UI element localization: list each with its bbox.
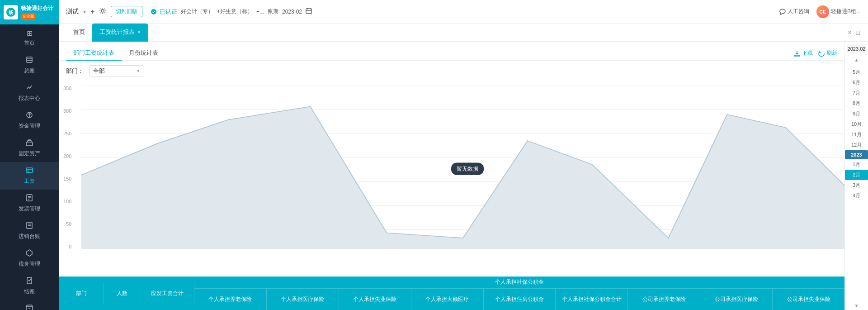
main-content: 测试 ▾ + 切到旧版 已认证 好会计（专） +好生意（标） +... 账期 2… bbox=[59, 0, 868, 310]
th-social-insurance-group: 个人承担社保公积金 个人承担养老保险 个人承担医疗保险 个人承担失业保险 个人承… bbox=[194, 277, 844, 310]
sidebar: 畅 畅捷通好会计 专业版 ⊞ 首页 总账 报表中心 bbox=[0, 0, 59, 310]
sidebar-item-tax-label: 税务管理 bbox=[19, 260, 40, 268]
close-ledger-icon bbox=[26, 277, 33, 286]
th-group-cells: 个人承担养老保险 个人承担医疗保险 个人承担失业保险 个人承担大额医疗 个人承担 bbox=[194, 288, 844, 310]
sidebar-item-home[interactable]: ⊞ 首页 bbox=[0, 24, 59, 52]
th-company-medical: 公司承担医疗保险 bbox=[700, 288, 773, 310]
sidebar-logo: 畅 畅捷通好会计 专业版 bbox=[0, 0, 59, 24]
tabbar: 首页 工资统计报表 × × ⊡ bbox=[59, 24, 868, 42]
user-info[interactable]: CE 轻捷通B组... bbox=[816, 5, 861, 18]
content-area: 部门工资统计表 月份统计表 下载 刷新 部 bbox=[59, 42, 868, 310]
y-label-0: 0 bbox=[63, 244, 75, 249]
year-2023: 2023 bbox=[845, 150, 868, 159]
month-12[interactable]: 12月 bbox=[845, 140, 868, 150]
chart-area: 0 50 100 150 200 250 300 350 暂无数据 bbox=[59, 81, 844, 277]
payroll-icon bbox=[26, 167, 33, 176]
consult-btn[interactable]: 人工咨询 bbox=[779, 8, 809, 15]
th-total-wage: 应发工资合计 bbox=[140, 282, 194, 304]
th-medical: 个人承担医疗保险 bbox=[267, 288, 339, 310]
sidebar-item-tax[interactable]: 税务管理 bbox=[0, 245, 59, 272]
svg-rect-2 bbox=[27, 57, 32, 62]
sidebar-item-reports-label: 报表中心 bbox=[19, 95, 40, 102]
tab-close-window-btn[interactable]: × bbox=[848, 29, 852, 37]
sidebar-item-archive[interactable]: 归档管理 bbox=[0, 300, 59, 310]
topbar-add-btn[interactable]: + bbox=[90, 8, 94, 16]
dept-filter-label: 部门： bbox=[66, 67, 84, 75]
y-label-350: 350 bbox=[63, 86, 75, 91]
month-7[interactable]: 7月 bbox=[845, 88, 868, 98]
th-company-pension: 公司承担养老保险 bbox=[628, 288, 700, 310]
sidebar-item-sales-label: 进销台账 bbox=[19, 233, 40, 240]
sidebar-item-general-ledger[interactable]: 总账 bbox=[0, 52, 59, 79]
ledger-icon bbox=[26, 56, 33, 65]
status-certified: 已认证 bbox=[151, 8, 177, 16]
subtab-monthly[interactable]: 月份统计表 bbox=[122, 46, 165, 61]
th-dept: 部门 bbox=[59, 282, 104, 304]
sidebar-item-close[interactable]: 结账 bbox=[0, 272, 59, 300]
month-11[interactable]: 11月 bbox=[845, 129, 868, 140]
tax-icon bbox=[26, 249, 33, 258]
month-6[interactable]: 6月 bbox=[845, 77, 868, 88]
consult-label: 人工咨询 bbox=[788, 8, 809, 15]
reports-icon bbox=[26, 84, 33, 93]
sidebar-item-payroll-label: 工资 bbox=[24, 177, 35, 185]
month-8[interactable]: 8月 bbox=[845, 98, 868, 109]
refresh-btn[interactable]: 刷新 bbox=[818, 49, 837, 57]
nav-down-btn[interactable]: ▼ bbox=[845, 301, 868, 310]
home-icon: ⊞ bbox=[27, 29, 33, 38]
month-3[interactable]: 3月 bbox=[845, 180, 868, 191]
svg-rect-9 bbox=[26, 168, 33, 172]
sidebar-item-close-label: 结账 bbox=[24, 288, 35, 296]
sidebar-item-assets-label: 固定资产 bbox=[19, 150, 40, 157]
status-more: +... bbox=[256, 9, 264, 15]
download-btn[interactable]: 下载 bbox=[794, 49, 813, 57]
th-group-title: 个人承担社保公积金 bbox=[194, 277, 844, 288]
sidebar-item-invoice[interactable]: 发票管理 bbox=[0, 190, 59, 217]
content-main: 部门工资统计表 月份统计表 下载 刷新 部 bbox=[59, 42, 844, 310]
topbar-dropdown-arrow[interactable]: ▾ bbox=[83, 9, 86, 15]
nav-up-btn[interactable]: ▲ bbox=[847, 55, 866, 64]
th-major-medical: 个人承担大额医疗 bbox=[411, 288, 484, 310]
period-label: 账期 bbox=[268, 8, 278, 15]
user-name: 轻捷通B组... bbox=[831, 8, 861, 15]
svg-rect-29 bbox=[306, 9, 311, 14]
month-2-active[interactable]: 2月 bbox=[845, 170, 868, 180]
tab-maximize-btn[interactable]: ⊡ bbox=[855, 29, 861, 36]
th-unemployment: 个人承担失业保险 bbox=[339, 288, 411, 310]
tab-payroll-report[interactable]: 工资统计报表 × bbox=[92, 24, 148, 42]
tab-home[interactable]: 首页 bbox=[66, 24, 92, 42]
month-5[interactable]: 5月 bbox=[845, 67, 868, 77]
switch-version-btn[interactable]: 切到旧版 bbox=[111, 6, 142, 17]
sidebar-item-reports[interactable]: 报表中心 bbox=[0, 79, 59, 107]
month-4[interactable]: 4月 bbox=[845, 191, 868, 201]
calendar-icon[interactable] bbox=[306, 8, 312, 15]
sidebar-item-capital[interactable]: 资金管理 bbox=[0, 107, 59, 134]
th-headcount: 人数 bbox=[104, 282, 140, 304]
y-label-100: 100 bbox=[63, 199, 75, 204]
toolbar-actions: 下载 刷新 bbox=[794, 49, 837, 57]
period-value: 2023-02 bbox=[282, 9, 302, 15]
sidebar-item-assets[interactable]: 固定资产 bbox=[0, 134, 59, 162]
topbar-right: 人工咨询 CE 轻捷通B组... bbox=[779, 5, 861, 18]
sidebar-item-payroll[interactable]: 工资 bbox=[0, 162, 59, 190]
topbar-settings-btn[interactable] bbox=[99, 7, 106, 16]
y-label-200: 200 bbox=[63, 153, 75, 159]
sidebar-item-sales[interactable]: 进销台账 bbox=[0, 217, 59, 245]
current-date-display: 2023.02 bbox=[847, 44, 866, 53]
sales-icon bbox=[26, 222, 33, 231]
sidebar-nav: ⊞ 首页 总账 报表中心 资金管理 固定资产 bbox=[0, 24, 59, 310]
dept-select-wrapper: 全部 bbox=[89, 65, 143, 76]
y-label-300: 300 bbox=[63, 108, 75, 114]
month-9[interactable]: 9月 bbox=[845, 109, 868, 119]
topbar-status: 已认证 好会计（专） +好生意（标） +... 账期 2023-02 bbox=[151, 8, 312, 16]
tab-home-label: 首页 bbox=[73, 28, 85, 36]
subtab-dept[interactable]: 部门工资统计表 bbox=[66, 46, 122, 61]
archive-icon bbox=[26, 305, 33, 310]
chart-tooltip: 暂无数据 bbox=[451, 163, 484, 175]
dept-select[interactable]: 全部 bbox=[89, 65, 143, 76]
month-1[interactable]: 1月 bbox=[845, 159, 868, 170]
tab-close-btn[interactable]: × bbox=[137, 29, 141, 35]
table-header: 部门 人数 应发工资合计 个人承担社保公积金 个人承担养老保险 bbox=[59, 277, 844, 310]
month-10[interactable]: 10月 bbox=[845, 119, 868, 129]
status-good-accounting: 好会计（专） bbox=[181, 8, 213, 15]
